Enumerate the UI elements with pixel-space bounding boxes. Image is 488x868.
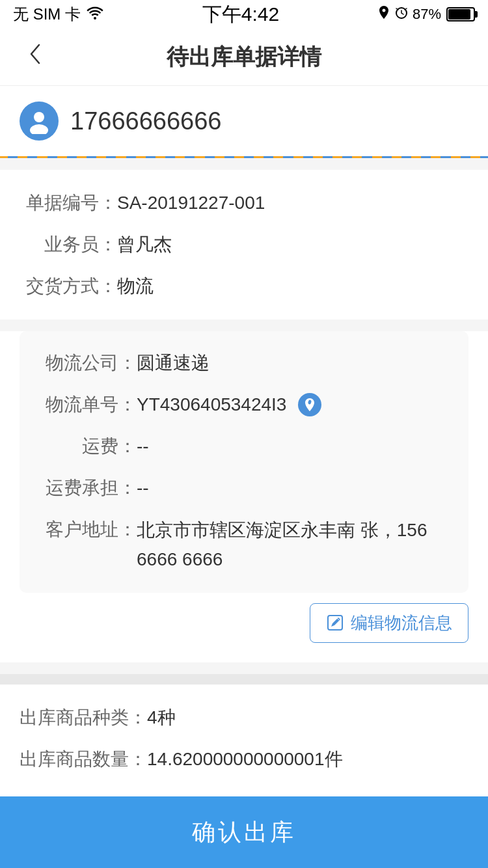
- address-label: 客户地址：: [39, 516, 137, 543]
- salesperson-value: 曾凡杰: [117, 231, 468, 258]
- document-number-value: SA-20191227-001: [117, 189, 468, 217]
- delivery-method-label: 交货方式：: [20, 273, 117, 300]
- wifi-icon: [86, 5, 104, 23]
- edit-logistics-button[interactable]: 编辑物流信息: [310, 603, 468, 643]
- edit-logistics-label: 编辑物流信息: [351, 612, 452, 634]
- edit-logistics-btn-wrap: 编辑物流信息: [20, 593, 468, 643]
- confirm-button-label: 确认出库: [192, 817, 296, 848]
- document-number-label: 单据编号：: [20, 189, 117, 217]
- product-quantity-label: 出库商品数量：: [20, 746, 147, 773]
- freight-value: --: [137, 433, 449, 460]
- salesperson-row: 业务员： 曾凡杰: [20, 231, 468, 258]
- document-number-row: 单据编号： SA-20191227-001: [20, 189, 468, 217]
- location-service-icon: [377, 5, 390, 23]
- product-type-row: 出库商品种类： 4种: [20, 704, 468, 731]
- nav-bar: 待出库单据详情: [0, 29, 488, 86]
- customer-header: 17666666666: [0, 86, 488, 158]
- status-right: 87%: [377, 5, 475, 23]
- product-type-value: 4种: [147, 704, 468, 731]
- logistics-company-label: 物流公司：: [39, 349, 137, 377]
- status-time: 下午4:42: [202, 1, 279, 28]
- freight-label: 运费：: [39, 433, 137, 460]
- salesperson-label: 业务员：: [20, 231, 117, 258]
- product-quantity-value: 14.620000000000001件: [147, 746, 468, 773]
- freight-bearer-row: 运费承担： --: [39, 474, 449, 502]
- delivery-method-value: 物流: [117, 273, 468, 300]
- logistics-company-row: 物流公司： 圆通速递: [39, 349, 449, 377]
- section-divider: [0, 674, 488, 685]
- customer-phone: 17666666666: [70, 107, 221, 135]
- tracking-row: 物流单号： YT43064053424I3: [39, 391, 449, 418]
- delivery-method-row: 交货方式： 物流: [20, 273, 468, 300]
- tracking-label: 物流单号：: [39, 391, 137, 418]
- logistics-company-value: 圆通速递: [137, 349, 449, 377]
- confirm-button[interactable]: 确认出库: [0, 796, 488, 868]
- svg-point-2: [30, 124, 48, 134]
- freight-row: 运费： --: [39, 433, 449, 460]
- freight-bearer-value: --: [137, 474, 449, 502]
- status-bar: 无 SIM 卡 下午4:42 87%: [0, 0, 488, 29]
- logistics-card: 物流公司： 圆通速递 物流单号： YT43064053424I3 运费： -- …: [20, 331, 468, 593]
- product-type-label: 出库商品种类：: [20, 704, 147, 731]
- freight-bearer-label: 运费承担：: [39, 474, 137, 502]
- address-value: 北京市市辖区海淀区永丰南 张，156 6666 6666: [137, 516, 449, 575]
- status-carrier: 无 SIM 卡: [13, 4, 104, 25]
- product-quantity-row: 出库商品数量： 14.620000000000001件: [20, 746, 468, 773]
- avatar: [20, 102, 59, 141]
- page-title: 待出库单据详情: [167, 42, 321, 72]
- back-button[interactable]: [20, 33, 51, 81]
- svg-point-1: [34, 112, 44, 122]
- battery-percent: 87%: [413, 6, 441, 23]
- carrier-text: 无 SIM 卡: [13, 4, 81, 25]
- logistics-section: 物流公司： 圆通速递 物流单号： YT43064053424I3 运费： -- …: [0, 331, 488, 662]
- battery-icon: [446, 7, 475, 21]
- basic-info-section: 单据编号： SA-20191227-001 业务员： 曾凡杰 交货方式： 物流: [0, 170, 488, 319]
- alarm-icon: [394, 5, 409, 23]
- address-row: 客户地址： 北京市市辖区海淀区永丰南 张，156 6666 6666: [39, 516, 449, 575]
- tracking-location-icon[interactable]: [297, 392, 323, 418]
- tracking-value: YT43064053424I3: [137, 391, 449, 418]
